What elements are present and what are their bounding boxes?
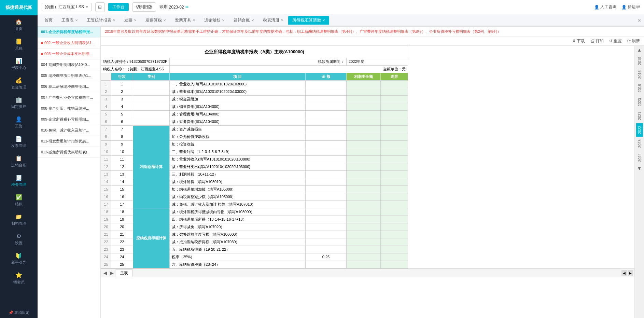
nav-tab-8[interactable]: 税表清册✕	[259, 16, 288, 25]
year-nav-item-2024[interactable]: 2024	[636, 151, 643, 164]
consult-button[interactable]: 👤 人工咨询	[594, 4, 617, 10]
value-e-24[interactable]	[347, 253, 381, 261]
value-e-11[interactable]	[347, 155, 381, 163]
print-button[interactable]: 🖨 打印	[590, 38, 604, 44]
scroll-right-btn[interactable]: ▶	[628, 270, 633, 276]
nav-tab-4[interactable]: 发票算税✕	[141, 16, 170, 25]
value-d-12[interactable]	[306, 163, 347, 170]
year-nav-item-2022[interactable]: 2022	[636, 123, 643, 137]
year-nav-item-2020[interactable]: 2020	[636, 95, 643, 109]
value-d-3[interactable]	[306, 95, 347, 103]
sidebar-item-settings[interactable]: ⚙设置	[0, 230, 38, 249]
left-panel-item-007[interactable]: 007-广告费和业务宣传费跨年...	[38, 92, 100, 103]
value-f-5[interactable]	[381, 110, 408, 118]
sidebar-item-fixed[interactable]: 🏢固定资产	[0, 93, 38, 113]
switch-button[interactable]: 切到旧版	[132, 2, 156, 12]
left-panel-item-012[interactable]: 012-减免所得税优惠明细表(...	[38, 147, 100, 158]
value-d-10[interactable]	[306, 148, 347, 155]
sidebar-item-archive[interactable]: 📁归档管理	[0, 210, 38, 230]
value-f-22[interactable]	[381, 238, 408, 246]
sidebar-item-tax[interactable]: 🧾税务管理	[0, 171, 38, 191]
tab-close-1[interactable]: ✕	[75, 18, 78, 22]
value-e-6[interactable]	[347, 118, 381, 125]
value-f-9[interactable]	[381, 140, 408, 148]
unpin-button[interactable]: 📌 取消固定	[9, 310, 29, 315]
tab-close-2[interactable]: ✕	[113, 18, 115, 22]
value-d-1[interactable]	[306, 80, 347, 88]
left-panel-item-010[interactable]: 010-免税、减计收入及加计...	[38, 125, 100, 136]
value-e-13[interactable]	[347, 170, 381, 178]
value-e-19[interactable]	[347, 216, 381, 223]
value-f-18[interactable]	[381, 208, 408, 216]
nav-tab-0[interactable]: 首页	[40, 16, 57, 25]
tab-close-8[interactable]: ✕	[281, 18, 283, 22]
value-d-24[interactable]: 0.25	[306, 253, 347, 261]
year-nav-item-2023[interactable]: 2023	[636, 137, 643, 150]
tab-close-9[interactable]: ✕	[322, 18, 325, 22]
value-f-16[interactable]	[381, 193, 408, 201]
sidebar-item-invoice[interactable]: 📄发票管理	[0, 132, 38, 152]
left-panel-item-006[interactable]: 006-职工薪酬纳税调整明细...	[38, 81, 100, 92]
value-f-4[interactable]	[381, 103, 408, 110]
value-e-5[interactable]	[347, 110, 381, 118]
value-f-20[interactable]	[381, 223, 408, 231]
value-e-14[interactable]	[347, 178, 381, 185]
value-e-2[interactable]	[347, 88, 381, 95]
left-panel-item-002[interactable]: 002-一般企业收入明细表(A1...	[38, 38, 100, 49]
value-e-4[interactable]	[347, 103, 381, 110]
value-f-12[interactable]	[381, 163, 408, 170]
reset-button[interactable]: ↺ 重置	[609, 38, 622, 44]
value-f-19[interactable]	[381, 216, 408, 223]
value-e-10[interactable]	[347, 148, 381, 155]
value-e-23[interactable]	[347, 246, 381, 253]
value-e-25[interactable]	[347, 261, 381, 268]
value-d-5[interactable]	[306, 110, 347, 118]
download-button[interactable]: ⬇ 下载	[572, 38, 585, 44]
value-d-9[interactable]	[306, 140, 347, 148]
left-panel-item-003[interactable]: 003-一般企业成本支出明细...	[38, 49, 100, 59]
table-container[interactable]: 企业所得税年度纳税申报表（A类）主表(A100000)纳税人识别号：913205…	[101, 46, 634, 318]
left-panel-item-001[interactable]: 001-企业所得税年度纳税申报...	[38, 27, 100, 38]
sidebar-item-home[interactable]: 🏠首页	[0, 15, 38, 35]
value-f-17[interactable]	[381, 201, 408, 208]
value-e-1[interactable]	[347, 80, 381, 88]
value-d-17[interactable]	[306, 201, 347, 208]
nav-tab-5[interactable]: 发票开具✕	[171, 16, 199, 25]
value-d-15[interactable]	[306, 185, 347, 193]
value-e-7[interactable]	[347, 125, 381, 133]
year-nav-expand-btn[interactable]: ▲	[636, 46, 643, 54]
value-e-18[interactable]	[347, 208, 381, 216]
value-d-22[interactable]	[306, 238, 347, 246]
workbench-button[interactable]: 工作台	[108, 3, 129, 11]
value-e-9[interactable]	[347, 140, 381, 148]
value-f-11[interactable]	[381, 155, 408, 163]
next-sheet-btn[interactable]: ▶	[109, 270, 115, 276]
value-f-6[interactable]	[381, 118, 408, 125]
value-d-11[interactable]	[306, 155, 347, 163]
value-e-8[interactable]	[347, 133, 381, 140]
value-e-17[interactable]	[347, 201, 381, 208]
year-nav-item-2018[interactable]: 2018	[636, 81, 643, 95]
value-d-25[interactable]	[306, 261, 347, 268]
nav-tab-3[interactable]: 发票✕	[120, 16, 141, 25]
value-e-21[interactable]	[347, 231, 381, 238]
value-f-10[interactable]	[381, 148, 408, 155]
value-f-2[interactable]	[381, 88, 408, 95]
value-d-20[interactable]	[306, 223, 347, 231]
tab-close-7[interactable]: ✕	[251, 18, 254, 22]
value-f-24[interactable]	[381, 253, 408, 261]
tab-close-4[interactable]: ✕	[163, 18, 166, 22]
value-d-8[interactable]	[306, 133, 347, 140]
value-f-8[interactable]	[381, 133, 408, 140]
value-d-13[interactable]	[306, 170, 347, 178]
value-d-23[interactable]	[306, 246, 347, 253]
value-d-16[interactable]	[306, 193, 347, 201]
scroll-left-btn[interactable]: ◀	[621, 270, 627, 276]
tab-close-3[interactable]: ✕	[134, 18, 137, 22]
value-d-2[interactable]	[306, 88, 347, 95]
sidebar-item-ledger[interactable]: 📒总账	[0, 35, 38, 54]
value-d-21[interactable]	[306, 231, 347, 238]
main-sheet-tab[interactable]: 主表	[115, 269, 133, 277]
nav-tab-6[interactable]: 进销稽核✕	[200, 16, 229, 25]
value-d-18[interactable]	[306, 208, 347, 216]
